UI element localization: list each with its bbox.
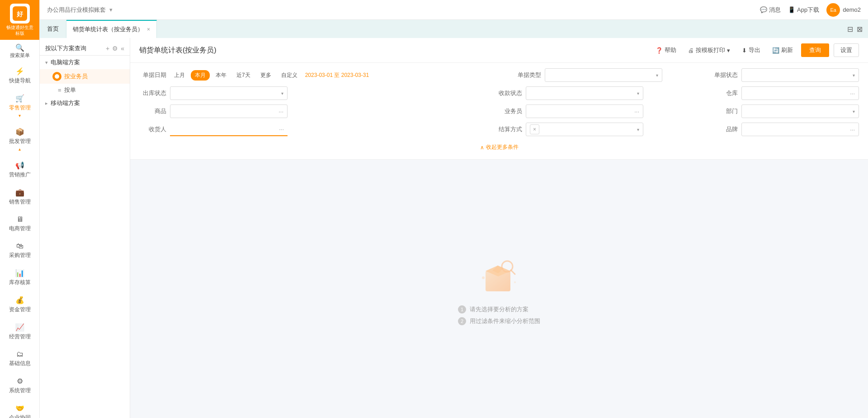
purchase-label: 采购管理 bbox=[9, 252, 31, 259]
date-btn-custom[interactable]: 自定义 bbox=[277, 70, 302, 81]
finance-icon: 💰 bbox=[15, 296, 24, 304]
tab-maximize-button[interactable]: ⊠ bbox=[857, 25, 863, 33]
order-status-label: 单据状态 bbox=[711, 71, 738, 79]
message-button[interactable]: 💬 消息 bbox=[760, 6, 781, 14]
sidebar-item-enterprise[interactable]: 🤝 企业协同 bbox=[0, 399, 39, 418]
sidebar-item-marketing[interactable]: 📢 营销推广 bbox=[0, 157, 39, 184]
export-button[interactable]: ⬇ 导出 bbox=[738, 44, 764, 56]
tab-minimize-button[interactable]: ⊟ bbox=[847, 25, 853, 33]
quicknav-icon: ⚡ bbox=[15, 67, 24, 76]
sidebar-item-finance[interactable]: 💰 资金管理 bbox=[0, 291, 39, 318]
sidebar-item-sales[interactable]: 💼 销售管理 bbox=[0, 184, 39, 211]
warehouse-input[interactable]: ··· bbox=[741, 86, 859, 100]
help-label: 帮助 bbox=[665, 46, 676, 54]
sidebar-item-wholesale[interactable]: 📦 批发管理 ▴ bbox=[0, 123, 39, 157]
template-print-label: 按模板打印 bbox=[696, 46, 725, 54]
app-download-button[interactable]: 📱 App下载 bbox=[788, 6, 819, 14]
sidebar-item-quicknav[interactable]: ⚡ 快捷导航 bbox=[0, 62, 39, 90]
left-panel-header-icons: + ⚙ « bbox=[106, 45, 124, 52]
settlement-tag-close[interactable]: × bbox=[533, 126, 536, 133]
order-type-chevron: ▾ bbox=[656, 73, 658, 78]
date-btn-this-year[interactable]: 本年 bbox=[212, 70, 231, 81]
order-type-label: 单据类型 bbox=[514, 71, 541, 79]
sidebar-item-basic[interactable]: 🗂 基础信息 bbox=[0, 346, 39, 372]
wholesale-label: 批发管理 bbox=[9, 138, 31, 145]
inventory-label: 库存核算 bbox=[9, 279, 31, 286]
filter-row-2: 出库状态 ▾ 收款状态 ▾ 仓库 ··· bbox=[139, 86, 859, 100]
settlement-label: 结算方式 bbox=[495, 125, 522, 133]
mobile-schemes-parent[interactable]: ▸ 移动端方案 bbox=[40, 96, 130, 110]
receiver-dots[interactable]: ··· bbox=[279, 126, 284, 133]
scheme-by-order[interactable]: ≡ 按单 bbox=[40, 84, 130, 96]
out-status-input[interactable]: ▾ bbox=[170, 86, 288, 100]
scheme-by-salesman-label: 按业务员 bbox=[64, 72, 88, 81]
date-btn-this-month[interactable]: 本月 bbox=[191, 70, 210, 81]
operations-label: 经营管理 bbox=[9, 333, 31, 341]
collapse-panel-button[interactable]: « bbox=[121, 45, 124, 52]
template-print-button[interactable]: 🖨 按模板打印 ▾ bbox=[684, 44, 734, 56]
salesman-input[interactable]: ··· bbox=[526, 104, 643, 118]
goods-input[interactable]: ··· bbox=[170, 104, 288, 118]
filter-row-4: 收货人 ··· 结算方式 × ▾ 品牌 bbox=[139, 123, 859, 136]
date-range-text: 2023-03-01 至 2023-03-31 bbox=[305, 71, 369, 79]
content-area: 按以下方案查询 + ⚙ « ▾ 电脑端方案 按业务员 bbox=[40, 38, 868, 418]
department-input[interactable]: ▾ bbox=[741, 104, 859, 118]
sidebar-search[interactable]: 🔍 搜索菜单 bbox=[0, 40, 39, 62]
date-btn-last-month[interactable]: 上月 bbox=[170, 70, 189, 81]
receipt-status-chevron: ▾ bbox=[637, 91, 639, 96]
order-icon: ≡ bbox=[58, 87, 61, 94]
collapse-bar[interactable]: ∧ 收起更多条件 bbox=[139, 141, 859, 154]
date-btn-7days[interactable]: 近7天 bbox=[232, 70, 255, 81]
date-label: 单据日期 bbox=[139, 71, 166, 79]
system-label: 系统管理 bbox=[9, 387, 31, 394]
goods-label: 商品 bbox=[139, 107, 166, 115]
salesman-dots[interactable]: ··· bbox=[634, 108, 639, 115]
empty-tip-1: 1 请先选择要分析的方案 bbox=[458, 305, 540, 314]
brand-dots[interactable]: ··· bbox=[850, 126, 855, 133]
retail-label: 零售管理 bbox=[9, 104, 31, 112]
settlement-input[interactable]: × ▾ bbox=[526, 123, 643, 136]
sidebar-item-ecommerce[interactable]: 🖥 电商管理 bbox=[0, 211, 39, 238]
desktop-schemes-group: ▾ 电脑端方案 按业务员 ≡ 按单 ▸ 移动端方案 bbox=[40, 56, 130, 110]
print-chevron: ▾ bbox=[727, 47, 730, 54]
order-type-input[interactable]: ▾ bbox=[545, 68, 662, 82]
print-icon: 🖨 bbox=[688, 47, 694, 54]
sidebar-item-purchase[interactable]: 🛍 采购管理 bbox=[0, 238, 39, 264]
wholesale-icon: 📦 bbox=[15, 128, 24, 136]
desktop-schemes-parent[interactable]: ▾ 电脑端方案 bbox=[40, 56, 130, 69]
goods-dots[interactable]: ··· bbox=[278, 108, 283, 115]
quicknav-label: 快捷导航 bbox=[9, 77, 31, 85]
tab-close-button[interactable]: × bbox=[147, 26, 150, 33]
receiver-input[interactable]: ··· bbox=[170, 123, 288, 136]
tab-home[interactable]: 首页 bbox=[40, 20, 66, 38]
receipt-status-input[interactable]: ▾ bbox=[526, 86, 643, 100]
desktop-schemes-label: 电脑端方案 bbox=[51, 58, 80, 66]
brand-input[interactable]: ··· bbox=[741, 123, 859, 136]
scheme-settings-button[interactable]: ⚙ bbox=[112, 45, 118, 52]
order-status-input[interactable]: ▾ bbox=[741, 68, 859, 82]
sidebar-item-system[interactable]: ⚙ 系统管理 bbox=[0, 372, 39, 399]
sidebar-item-operations[interactable]: 📈 经营管理 bbox=[0, 318, 39, 346]
tip-num-1: 1 bbox=[458, 305, 466, 314]
tab-active[interactable]: 销货单统计表（按业务员） × bbox=[66, 20, 157, 38]
warehouse-dots[interactable]: ··· bbox=[850, 90, 855, 97]
receiver-label: 收货人 bbox=[139, 125, 166, 133]
scheme-by-salesman[interactable]: 按业务员 bbox=[40, 69, 130, 84]
collapse-label: 收起更多条件 bbox=[486, 143, 519, 151]
user-menu[interactable]: Ea demo2 bbox=[826, 3, 861, 17]
add-scheme-button[interactable]: + bbox=[106, 45, 109, 52]
department-label: 部门 bbox=[711, 107, 738, 115]
sidebar-item-retail[interactable]: 🛒 零售管理 ▾ bbox=[0, 90, 39, 123]
sidebar-item-inventory[interactable]: 📊 库存核算 bbox=[0, 264, 39, 291]
date-btn-more[interactable]: 更多 bbox=[256, 70, 275, 81]
enterprise-icon: 🤝 bbox=[15, 404, 24, 413]
query-button[interactable]: 查询 bbox=[801, 43, 829, 57]
settings-button[interactable]: 设置 bbox=[834, 43, 859, 57]
tabbar-actions: ⊟ ⊠ bbox=[842, 25, 868, 33]
help-button[interactable]: ❓ 帮助 bbox=[652, 44, 680, 56]
logo-text: 畅捷通好生意 标版 bbox=[6, 24, 33, 36]
search-menu-label: 搜索菜单 bbox=[2, 52, 38, 59]
settlement-chevron: ▾ bbox=[637, 127, 639, 132]
refresh-button[interactable]: 🔄 刷新 bbox=[769, 44, 797, 56]
empty-tips: 1 请先选择要分析的方案 2 用过滤条件来缩小分析范围 bbox=[458, 305, 540, 325]
